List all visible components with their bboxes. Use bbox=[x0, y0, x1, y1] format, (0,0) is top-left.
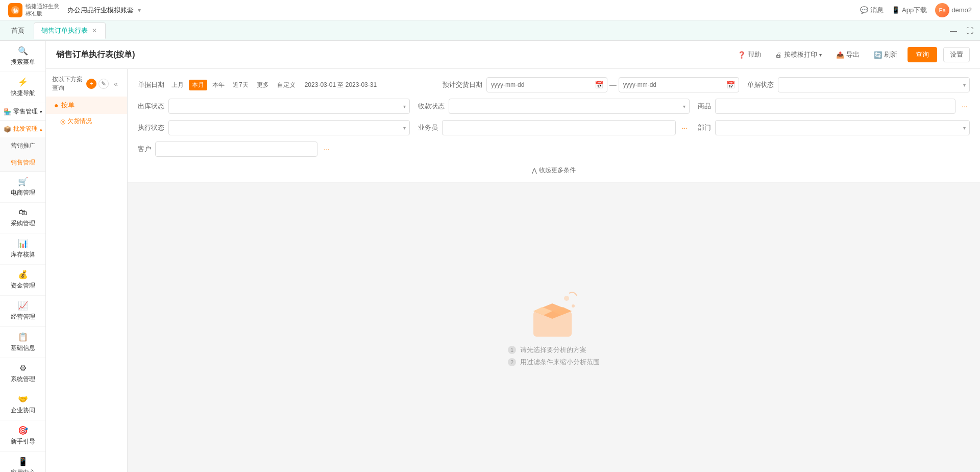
add-scheme-btn[interactable]: + bbox=[86, 79, 96, 89]
sidebar-item-operations[interactable]: 📈 经营管理 bbox=[0, 296, 45, 327]
tip-num-1: 1 bbox=[508, 346, 516, 354]
retail-icon: 🏪 bbox=[4, 108, 11, 115]
sidebar-item-system[interactable]: ⚙ 系统管理 bbox=[0, 358, 45, 389]
salesperson-dots-btn[interactable]: ··· bbox=[680, 124, 690, 132]
product-label: 商品 bbox=[698, 102, 711, 111]
date-label: 单据日期 bbox=[138, 80, 164, 89]
empty-tip-1: 1 请先选择要分析的方案 bbox=[508, 345, 600, 355]
apps-icon: 📱 bbox=[18, 457, 28, 466]
page-title: 销售订单执行表(按单) bbox=[56, 50, 135, 66]
tab-minimize-btn[interactable]: — bbox=[947, 25, 960, 37]
inventory-icon: 📊 bbox=[18, 239, 28, 248]
single-status-label: 单据状态 bbox=[747, 80, 774, 89]
search-icon: 🔍 bbox=[18, 46, 28, 56]
quick-date-this-year[interactable]: 本年 bbox=[209, 80, 228, 90]
sidebar-item-finance[interactable]: 💰 资金管理 bbox=[0, 265, 45, 296]
operations-icon: 📈 bbox=[18, 301, 28, 311]
sidebar-item-basic[interactable]: 📋 基础信息 bbox=[0, 327, 45, 358]
filter-row-2: 出库状态 ▾ 收款状态 bbox=[138, 99, 970, 114]
empty-tips: 1 请先选择要分析的方案 2 用过滤条件来缩小分析范围 bbox=[508, 345, 600, 367]
guide-icon: 🎯 bbox=[18, 426, 28, 435]
header-left: 畅 畅捷通好生意 标准版 办公用品行业模拟账套 ▾ bbox=[8, 3, 141, 17]
sidebar-item-purchase[interactable]: 🛍 采购管理 bbox=[0, 203, 45, 233]
sidebar-item-inventory[interactable]: 📊 库存核算 bbox=[0, 233, 45, 265]
sidebar-item-search-menu[interactable]: 🔍 搜索菜单 bbox=[0, 41, 45, 72]
customer-dots-btn[interactable]: ··· bbox=[322, 145, 332, 153]
sidebar-item-apps[interactable]: 📱 应用中心 bbox=[0, 452, 45, 472]
sub-scheme-icon: ◎ bbox=[60, 118, 65, 125]
sidebar-item-marketing[interactable]: 营销推广 bbox=[0, 137, 45, 154]
tab-close-icon[interactable]: ✕ bbox=[91, 27, 98, 34]
system-icon: ⚙ bbox=[19, 363, 27, 373]
wholesale-icon: 📦 bbox=[4, 126, 11, 133]
sidebar-item-guide[interactable]: 🎯 新手引导 bbox=[0, 420, 45, 452]
settings-btn[interactable]: 设置 bbox=[943, 47, 970, 62]
quick-date-this-month[interactable]: 本月 bbox=[189, 80, 207, 90]
sidebar-item-sales[interactable]: 销售管理 bbox=[0, 154, 45, 171]
department-wrapper: ▾ bbox=[715, 120, 970, 135]
department-select[interactable] bbox=[715, 120, 970, 135]
help-icon: ❓ bbox=[738, 51, 746, 59]
delivery-date-end-wrapper: 📅 bbox=[619, 77, 740, 92]
top-header: 畅 畅捷通好生意 标准版 办公用品行业模拟账套 ▾ 💬 消息 📱 App下载 E… bbox=[0, 0, 980, 20]
product-dots-btn[interactable]: ··· bbox=[960, 102, 970, 110]
collection-status-wrapper: ▾ bbox=[449, 99, 690, 114]
body-layout: 按以下方案查询 + ✎ « ● 按单 bbox=[46, 69, 980, 472]
print-arrow-icon: ▾ bbox=[819, 52, 822, 58]
chevron-down-icon: ▾ bbox=[40, 109, 42, 114]
exec-status-select[interactable] bbox=[168, 120, 410, 135]
ecommerce-icon: 🛒 bbox=[18, 177, 28, 186]
delivery-date-label: 预计交货日期 bbox=[443, 80, 482, 89]
breadcrumb-arrow[interactable]: ▾ bbox=[138, 7, 141, 14]
collapse-icon: « bbox=[114, 80, 118, 88]
single-status-select[interactable] bbox=[778, 77, 970, 92]
sidebar-item-retail[interactable]: 🏪 零售管理 ▾ bbox=[0, 103, 45, 120]
refresh-btn[interactable]: 🔄 刷新 bbox=[870, 48, 901, 61]
quick-date-last-month[interactable]: 上月 bbox=[168, 80, 187, 90]
collapse-panel-btn[interactable]: « bbox=[111, 79, 121, 89]
delivery-date-start[interactable] bbox=[486, 77, 607, 92]
delivery-date-start-wrapper: 📅 bbox=[486, 77, 607, 92]
delivery-status-select[interactable] bbox=[168, 99, 410, 114]
user-area[interactable]: Ea demo2 bbox=[935, 3, 972, 17]
tab-expand-btn[interactable]: ⛶ bbox=[964, 25, 976, 37]
tab-sales-exec[interactable]: 销售订单执行表 ✕ bbox=[34, 22, 106, 39]
quick-nav-icon: ⚡ bbox=[18, 77, 28, 87]
message-btn[interactable]: 💬 消息 bbox=[860, 6, 884, 15]
filter-group-delivery-status: 出库状态 ▾ bbox=[138, 99, 410, 114]
quick-date-7days[interactable]: 近7天 bbox=[230, 80, 252, 90]
sidebar-item-corp[interactable]: 🤝 企业协同 bbox=[0, 389, 45, 420]
quick-date-more[interactable]: 更多 bbox=[254, 80, 272, 90]
salesperson-input[interactable] bbox=[442, 120, 676, 135]
collapse-filter-icon: ⋀ bbox=[532, 167, 537, 174]
edit-scheme-btn[interactable]: ✎ bbox=[99, 79, 109, 89]
sidebar-item-wholesale[interactable]: 📦 批发管理 ▴ bbox=[0, 121, 45, 137]
quick-date-custom[interactable]: 自定义 bbox=[274, 80, 299, 90]
help-btn[interactable]: ❓ 帮助 bbox=[733, 48, 765, 61]
filter-group-collection-status: 收款状态 ▾ bbox=[418, 99, 690, 114]
sub-scheme-欠货情况[interactable]: ◎ 欠货情况 bbox=[46, 114, 127, 129]
collection-status-select[interactable] bbox=[449, 99, 690, 114]
tab-home[interactable]: 首页 bbox=[4, 22, 32, 39]
product-input[interactable] bbox=[715, 99, 955, 114]
page-actions: ❓ 帮助 🖨 按模板打印 ▾ 📤 导出 🔄 刷新 查询 设置 bbox=[733, 47, 970, 68]
filter-group-exec-status: 执行状态 ▾ bbox=[138, 120, 410, 135]
customer-input[interactable] bbox=[155, 141, 317, 157]
basic-icon: 📋 bbox=[18, 332, 28, 342]
app-download-btn[interactable]: 📱 App下载 bbox=[892, 6, 927, 15]
download-icon: 📱 bbox=[892, 6, 900, 14]
delivery-date-end[interactable] bbox=[619, 77, 740, 92]
logo-text: 畅捷通好生意 标准版 bbox=[26, 3, 59, 16]
template-print-btn[interactable]: 🖨 按模板打印 ▾ bbox=[771, 48, 826, 61]
sidebar-item-quick-nav[interactable]: ⚡ 快捷导航 bbox=[0, 72, 45, 103]
search-btn[interactable]: 查询 bbox=[908, 47, 937, 62]
chevron-up-icon: ▴ bbox=[40, 127, 42, 132]
corp-icon: 🤝 bbox=[18, 394, 28, 404]
filter-row-1: 单据日期 上月 本月 本年 近7天 更多 自定义 2023-03-01 至 20… bbox=[138, 77, 970, 92]
scheme-item-按单[interactable]: ● 按单 bbox=[46, 97, 127, 114]
filter-row-4: 客户 ··· bbox=[138, 141, 970, 157]
delivery-status-wrapper: ▾ bbox=[168, 99, 410, 114]
export-btn[interactable]: 📤 导出 bbox=[832, 48, 864, 61]
collapse-filter-btn[interactable]: ⋀ 收起更多条件 bbox=[138, 163, 970, 178]
sidebar-item-ecommerce[interactable]: 🛒 电商管理 bbox=[0, 172, 45, 203]
